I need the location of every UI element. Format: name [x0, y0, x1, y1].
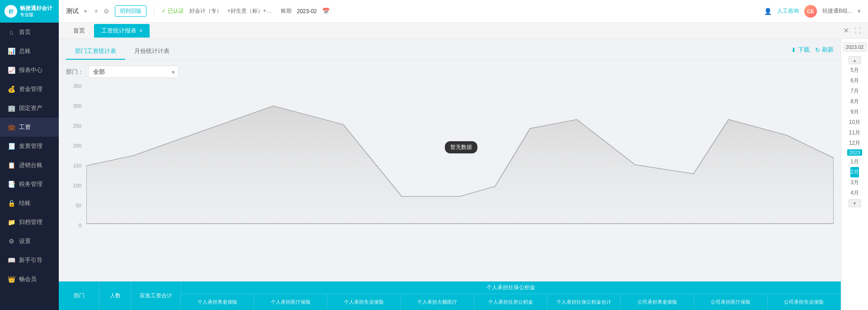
subtabs: 部门工资统计表 月份统计计表 ⬇ 下载 ↻ 刷新: [59, 39, 841, 60]
logo-text: 畅捷通好会计 专业版: [20, 5, 52, 18]
expand-panel-icon[interactable]: ⛶: [854, 27, 861, 34]
switch-old-btn[interactable]: 切到旧版: [115, 5, 146, 17]
calendar-icon[interactable]: 📅: [322, 8, 330, 14]
panel-date: 2023.02: [843, 43, 867, 52]
topbar-title: 测试: [66, 7, 79, 15]
panel-month-6月[interactable]: 6月: [849, 76, 860, 86]
panel-month2-4月[interactable]: 4月: [850, 188, 859, 198]
sidebar-item-进销台账[interactable]: 📋进销台账: [0, 156, 59, 175]
tabbar: 首页 工资统计报表 × ✕ ⛶: [59, 23, 868, 39]
sidebar-item-结账[interactable]: 🔒结账: [0, 194, 59, 213]
sidebar-label-4: 固定资产: [19, 104, 42, 112]
th-company-unemployment: 公司承担失业保险: [768, 294, 841, 310]
dept-filter-label: 部门：: [66, 68, 84, 76]
sidebar-label-8: 税务管理: [19, 180, 42, 188]
panel-year-badge[interactable]: 2023: [847, 149, 862, 156]
download-btn[interactable]: ⬇ 下载: [791, 46, 810, 54]
sidebar-icon-8: 📑: [7, 181, 15, 188]
chart-container: 350 300 250 200 150 100 50 0: [66, 83, 834, 242]
sidebar-item-资金管理[interactable]: 💰资金管理: [0, 80, 59, 99]
panel-month-12月[interactable]: 12月: [849, 138, 860, 148]
sidebar-label-3: 资金管理: [19, 85, 42, 93]
chart-area-path: [86, 106, 834, 224]
panel-month2-1月[interactable]: 1月: [850, 157, 859, 167]
filter-row: 部门： 全部 销售部 技术部 财务部 行政部: [59, 60, 841, 83]
topbar-add-icon[interactable]: +: [94, 7, 98, 15]
sidebar-icon-3: 💰: [7, 86, 15, 93]
sidebar-item-归档管理[interactable]: 📁归档管理: [0, 213, 59, 232]
y-axis: 350 300 250 200 150 100 50 0: [66, 83, 84, 228]
logo-icon: 好: [5, 5, 17, 18]
subtab-dept[interactable]: 部门工资统计表: [66, 43, 125, 60]
topbar-arrow-icon[interactable]: ▾: [84, 8, 87, 14]
sidebar-icon-2: 📈: [7, 67, 15, 74]
sidebar-label-0: 首页: [19, 28, 31, 36]
username: 轻捷通B组...: [822, 7, 852, 15]
th-personal-pension: 个人承担养老保险: [181, 294, 254, 310]
support-icon: 👤: [764, 8, 772, 15]
panel-month-8月[interactable]: 8月: [849, 96, 860, 107]
sidebar-nav: ⌂首页📊总账📈报表中心💰资金管理🏢固定资产💼工资🧾发票管理📋进销台账📑税务管理🔒…: [0, 23, 59, 289]
th-group-personal: 个人承担社保公积金 个人承担养老保险 个人承担医疗保险 个人承担失业保险 个人承…: [181, 281, 841, 310]
th-company-medical: 公司承担医疗保险: [694, 294, 768, 310]
business-type: +好生意（标）+…: [227, 7, 272, 15]
sidebar-label-7: 进销台账: [19, 161, 42, 169]
tab-salary-report[interactable]: 工资统计报表 ×: [94, 24, 150, 38]
th-count: 人数: [99, 281, 131, 310]
th-total-salary: 应发工资合计: [131, 281, 181, 310]
panel-month-10月[interactable]: 10月: [849, 117, 860, 128]
sidebar-item-税务管理[interactable]: 📑税务管理: [0, 175, 59, 194]
bottom-table: 部门 人数 应发工资合计 个人承担社保公积金 个人承担养老保险 个人承担医疗保险…: [59, 281, 841, 310]
sidebar-icon-4: 🏢: [7, 105, 15, 112]
down-arrow-icon: ▼: [853, 201, 857, 206]
sidebar-item-工资[interactable]: 💼工资: [0, 118, 59, 137]
sidebar-item-固定资产[interactable]: 🏢固定资产: [0, 99, 59, 118]
panel-down-btn[interactable]: ▼: [849, 199, 861, 207]
sidebar-item-报表中心[interactable]: 📈报表中心: [0, 61, 59, 80]
chart-svg-area: 暂无数据: [86, 83, 834, 228]
content-with-panel: 部门工资统计表 月份统计计表 ⬇ 下载 ↻ 刷新 部门：: [59, 39, 868, 310]
sidebar-label-2: 报表中心: [19, 66, 42, 74]
sidebar-icon-13: 👑: [7, 276, 15, 283]
tab-close-icon[interactable]: ×: [139, 28, 142, 34]
tab-home[interactable]: 首页: [66, 24, 92, 38]
dept-select[interactable]: 全部 销售部 技术部 财务部 行政部: [88, 66, 179, 78]
sidebar-label-1: 总账: [19, 47, 31, 55]
refresh-btn[interactable]: ↻ 刷新: [815, 46, 834, 54]
panel-up-btn[interactable]: ▲: [849, 56, 861, 64]
sidebar-item-首页[interactable]: ⌂首页: [0, 23, 59, 42]
panel-month-5月[interactable]: 5月: [849, 65, 860, 76]
sidebar-item-新手引导[interactable]: 📖新手引导: [0, 251, 59, 270]
subtab-month[interactable]: 月份统计计表: [125, 43, 179, 60]
th-personal-unemployment: 个人承担失业保险: [327, 294, 401, 310]
panel-month2-2月[interactable]: 2月: [850, 167, 859, 177]
panel-month2-3月[interactable]: 3月: [850, 177, 859, 188]
sidebar-item-畅会员[interactable]: 👑畅会员: [0, 270, 59, 289]
sidebar-icon-1: 📊: [7, 48, 15, 55]
topbar-gear-icon[interactable]: ⚙: [104, 8, 109, 15]
sidebar-item-总账[interactable]: 📊总账: [0, 42, 59, 61]
sidebar-item-发票管理[interactable]: 🧾发票管理: [0, 137, 59, 156]
panel-month-11月[interactable]: 11月: [849, 128, 860, 138]
content-panel: 部门工资统计表 月份统计计表 ⬇ 下载 ↻ 刷新 部门：: [59, 39, 841, 310]
sidebar-label-12: 新手引导: [19, 256, 42, 264]
close-panel-icon[interactable]: ✕: [843, 26, 849, 35]
sidebar-icon-5: 💼: [7, 124, 15, 131]
chart-area: 350 300 250 200 150 100 50 0: [59, 83, 841, 281]
panel-month-9月[interactable]: 9月: [849, 107, 860, 117]
accounting-type: 好会计（专）: [189, 7, 222, 15]
sidebar-item-设置[interactable]: ⚙设置: [0, 232, 59, 251]
th-personal-medical: 个人承担医疗保险: [254, 294, 327, 310]
panel-month-7月[interactable]: 7月: [849, 86, 860, 96]
sidebar-label-9: 结账: [19, 199, 31, 207]
up-arrow-icon: ▲: [853, 58, 857, 63]
sidebar-icon-0: ⌂: [7, 29, 15, 36]
certified-status: ✓ 已认证: [161, 7, 184, 15]
sidebar-label-6: 发票管理: [19, 142, 42, 150]
th-company-pension: 公司承担养老保险: [621, 294, 694, 310]
user-dropdown-icon[interactable]: ▾: [858, 8, 861, 14]
support-btn[interactable]: 人工咨询: [777, 7, 799, 15]
sidebar-icon-9: 🔒: [7, 200, 15, 207]
avatar: CE: [804, 5, 817, 18]
chart-svg: [86, 83, 834, 228]
